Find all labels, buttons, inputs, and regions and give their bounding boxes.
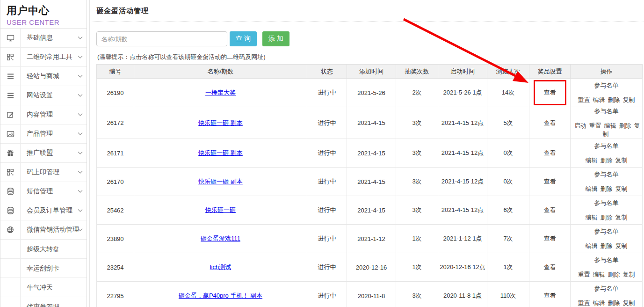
operation-link[interactable]: 复制	[623, 96, 635, 103]
sidebar-item-label: 推广联盟	[20, 149, 53, 157]
activity-name-link[interactable]: lich测试	[210, 263, 232, 270]
operation-link[interactable]: 编辑	[593, 271, 605, 278]
operation-link[interactable]: 重置	[589, 122, 601, 129]
search-input[interactable]	[96, 31, 227, 46]
cell-prize-setting: 查看	[529, 253, 571, 282]
operation-link[interactable]: 删除	[601, 214, 613, 221]
operation-link[interactable]: 重置	[578, 96, 590, 103]
operation-link[interactable]: 编辑	[593, 300, 605, 307]
query-button[interactable]: 查 询	[230, 31, 257, 46]
operation-link[interactable]: 重置	[578, 271, 590, 278]
sidebar-subitem-2[interactable]: 幸运刮刮卡	[0, 259, 87, 278]
participants-link[interactable]: 参与名单	[594, 82, 619, 89]
cell-status: 进行中	[307, 225, 347, 253]
operation-link[interactable]: 复制	[615, 242, 628, 249]
logo-subtitle: USER CENTER	[7, 18, 87, 26]
add-button[interactable]: 添 加	[262, 31, 289, 46]
sidebar-item-6[interactable]: 产品管理	[0, 124, 87, 144]
page-title: 砸金蛋活动管理	[96, 7, 149, 15]
cell-start-time: 2021-1-12 1点	[438, 225, 487, 253]
sidebar-item-11[interactable]: 微信营销活动管理	[0, 220, 87, 240]
activity-name-link[interactable]: 砸金蛋游戏111	[201, 235, 240, 242]
chevron-down-icon	[78, 113, 83, 117]
operation-link[interactable]: 删除	[601, 157, 613, 164]
operation-link[interactable]: 删除	[608, 96, 620, 103]
cell-status: 进行中	[307, 107, 347, 139]
sidebar-item-10[interactable]: 会员及订单管理	[0, 201, 87, 220]
sidebar-subitem-1[interactable]: 超级大转盘	[0, 240, 87, 259]
table-row: 26190一棰定大奖进行中2021-5-262次2021-5-26 1点14次查…	[97, 79, 643, 107]
operation-link[interactable]: 编辑	[586, 157, 598, 164]
participants-link[interactable]: 参与名单	[594, 108, 619, 115]
operation-link[interactable]: 编辑	[593, 96, 605, 103]
operation-link[interactable]: 重置	[578, 300, 590, 307]
sidebar-item-label: 短信管理	[20, 187, 53, 196]
participants-link[interactable]: 参与名单	[594, 228, 619, 235]
sidebar-subitem-4[interactable]: 优惠券管理	[0, 297, 87, 307]
operation-link[interactable]: 删除	[608, 271, 620, 278]
chevron-down-icon	[78, 132, 83, 136]
activity-name-link[interactable]: 快乐砸一砸 副本	[198, 119, 243, 126]
sidebar-item-label: 基础信息	[20, 34, 53, 42]
sidebar-item-4[interactable]: 网站设置	[0, 86, 87, 105]
operations-line2: 重置编辑删除复制	[571, 96, 642, 104]
operation-link[interactable]: 编辑	[586, 214, 598, 221]
participants-link[interactable]: 参与名单	[594, 285, 619, 292]
sidebar-item-1[interactable]: 基础信息	[0, 29, 87, 48]
prize-view-link-highlighted[interactable]: 查看	[534, 80, 566, 105]
cell-view-count: 0次	[487, 168, 529, 196]
operations-line1: 参与名单	[571, 142, 642, 150]
activity-name-link[interactable]: 砸金蛋，赢P40pro 手机！ 副本	[179, 292, 262, 299]
participants-link[interactable]: 参与名单	[594, 256, 619, 263]
operation-link[interactable]: 编辑	[604, 122, 616, 129]
activity-name-link[interactable]: 快乐砸一砸 副本	[198, 149, 243, 156]
database-icon	[0, 188, 20, 195]
operation-link[interactable]: 删除	[601, 185, 613, 192]
sidebar-item-7[interactable]: 推广联盟	[0, 144, 87, 163]
operation-link[interactable]: 删除	[619, 122, 631, 129]
table-row: 26170快乐砸一砸 副本进行中2021-4-153次2021-4-15 12点…	[97, 168, 643, 196]
sidebar-item-5[interactable]: 内容管理	[0, 105, 87, 124]
prize-view-link[interactable]: 查看	[544, 178, 556, 185]
cell-start-time: 2021-4-15 12点	[438, 139, 487, 168]
operation-link[interactable]: 删除	[601, 242, 613, 249]
prize-view-link[interactable]: 查看	[544, 206, 556, 213]
operation-link[interactable]: 复制	[615, 185, 628, 192]
prize-view-link[interactable]: 查看	[544, 119, 556, 126]
operation-link[interactable]: 编辑	[586, 242, 598, 249]
sidebar-item-label: 网站设置	[20, 91, 53, 100]
sidebar-item-9[interactable]: 短信管理	[0, 182, 87, 201]
operation-link[interactable]: 复制	[615, 214, 628, 221]
operation-link[interactable]: 复制	[623, 300, 635, 307]
cell-prize-setting: 查看	[529, 139, 571, 168]
operation-link[interactable]: 删除	[608, 300, 620, 307]
operation-link[interactable]: 编辑	[586, 185, 598, 192]
sidebar-item-label: 微信营销活动管理	[20, 226, 79, 234]
prize-view-link[interactable]: 查看	[544, 263, 556, 270]
table-row: 23890砸金蛋游戏111进行中2021-1-121次2021-1-12 1点7…	[97, 225, 643, 253]
sidebar-item-label: 内容管理	[20, 110, 53, 119]
activity-name-link[interactable]: 一棰定大奖	[205, 89, 236, 96]
operation-link[interactable]: 启动	[574, 122, 586, 129]
prize-view-link[interactable]: 查看	[544, 149, 556, 156]
cell-id: 26190	[97, 79, 134, 107]
prize-view-link[interactable]: 查看	[544, 235, 556, 242]
activity-name-link[interactable]: 快乐砸一砸 副本	[198, 178, 243, 185]
globe-icon	[0, 226, 20, 234]
operation-link[interactable]: 复制	[615, 157, 628, 164]
cell-view-count: 5次	[487, 107, 529, 139]
prize-view-link[interactable]: 查看	[544, 292, 556, 299]
sidebar-item-2[interactable]: 二维码常用工具	[0, 48, 87, 67]
search-row: 查 询 添 加	[96, 31, 644, 46]
sidebar-subitem-3[interactable]: 牛气冲天	[0, 278, 87, 297]
participants-link[interactable]: 参与名单	[594, 142, 619, 149]
participants-link[interactable]: 参与名单	[594, 199, 619, 206]
participants-link[interactable]: 参与名单	[594, 171, 619, 178]
operations-line2: 编辑删除复制	[571, 156, 642, 165]
cell-prize-setting: 查看	[529, 196, 571, 225]
sidebar-item-3[interactable]: 轻站与商城	[0, 67, 87, 86]
cell-id: 26170	[97, 168, 134, 196]
activity-name-link[interactable]: 快乐砸一砸	[205, 206, 236, 213]
sidebar-item-8[interactable]: 码上印管理	[0, 163, 87, 182]
operation-link[interactable]: 复制	[623, 271, 635, 278]
